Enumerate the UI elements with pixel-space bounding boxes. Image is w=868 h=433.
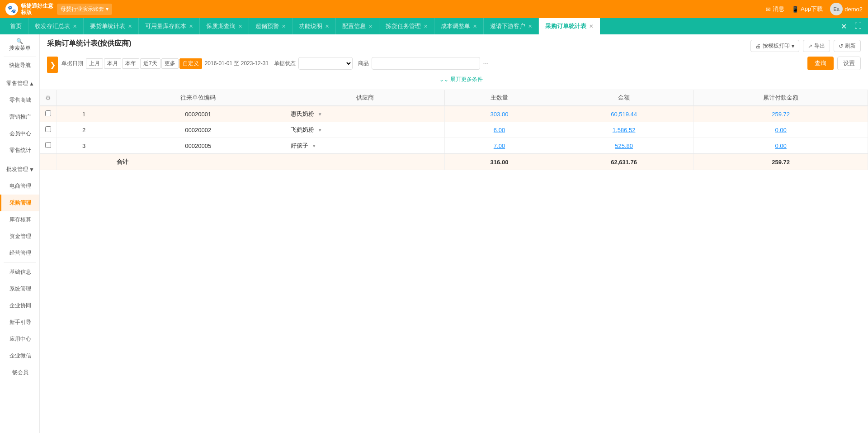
tab-yhd[interactable]: 要货单统计表 ✕ bbox=[84, 18, 139, 34]
close-tab-sfz[interactable]: ✕ bbox=[73, 24, 77, 29]
sidebar-item-yyzx[interactable]: 应用中心 bbox=[0, 331, 39, 347]
sidebar-item-hyxx[interactable]: 会员中心 bbox=[0, 125, 39, 142]
sidebar-item-lssc[interactable]: 零售商城 bbox=[0, 92, 39, 109]
message-btn[interactable]: ✉ 消息 bbox=[766, 5, 784, 13]
status-select[interactable] bbox=[298, 57, 353, 70]
header-actions: 🖨 按模板打印 ▾ ↗ 导出 ↺ 刷新 bbox=[750, 40, 861, 52]
cell-amount: 60,519.44 bbox=[554, 106, 693, 122]
query-actions: 查询 设置 bbox=[807, 57, 861, 70]
content-area: 采购订单统计表(按供应商) 🖨 按模板打印 ▾ ↗ 导出 ↺ 刷新 bbox=[40, 34, 868, 433]
close-tab-kyl[interactable]: ✕ bbox=[189, 24, 193, 29]
date-btn-custom[interactable]: 自定义 bbox=[179, 58, 202, 69]
workspace-selector[interactable]: 母婴行业演示账套 ▾ bbox=[57, 4, 112, 15]
goods-input[interactable] bbox=[372, 57, 480, 70]
collapse-filter-btn[interactable]: ❯ bbox=[47, 57, 58, 73]
row-checkbox[interactable] bbox=[45, 142, 51, 148]
tab-ccyj[interactable]: 超储预警 ✕ bbox=[249, 18, 292, 34]
tab-kyl[interactable]: 可用量库存账本 ✕ bbox=[139, 18, 200, 34]
paid-link[interactable]: 259.72 bbox=[772, 111, 790, 118]
sidebar-item-lsgl[interactable]: 零售管理 ▲ bbox=[0, 75, 39, 92]
column-settings-icon[interactable]: ⚙ bbox=[45, 94, 51, 101]
amount-link[interactable]: 525.80 bbox=[615, 143, 633, 149]
th-supplier: 供应商 bbox=[285, 90, 445, 106]
tab-home[interactable]: 首页 bbox=[4, 18, 28, 34]
cell-paid: 259.72 bbox=[694, 106, 868, 122]
row-checkbox[interactable] bbox=[45, 110, 51, 116]
close-tab-cbtz[interactable]: ✕ bbox=[473, 24, 477, 29]
qty-link[interactable]: 303.00 bbox=[491, 111, 509, 118]
date-btn-this-year[interactable]: 本年 bbox=[122, 58, 139, 69]
tab-cbtz[interactable]: 成本调整单 ✕ bbox=[434, 18, 484, 34]
tab-bzq[interactable]: 保质期查询 ✕ bbox=[200, 18, 249, 34]
sidebar-item-cggl[interactable]: 采购管理 bbox=[0, 195, 39, 211]
footer-qty: 316.00 bbox=[445, 154, 554, 170]
close-tab-gnsm[interactable]: ✕ bbox=[325, 24, 329, 29]
sidebar-item-chy[interactable]: 畅会员 bbox=[0, 364, 39, 381]
date-btn-this-month[interactable]: 本月 bbox=[104, 58, 121, 69]
paid-link[interactable]: 0.00 bbox=[775, 127, 786, 133]
tab-pzxx[interactable]: 配置信息 ✕ bbox=[336, 18, 379, 34]
sidebar-item-kche[interactable]: 库存核算 bbox=[0, 211, 39, 228]
sidebar-item-zjgl[interactable]: 资金管理 bbox=[0, 228, 39, 245]
refresh-btn[interactable]: ↺ 刷新 bbox=[834, 40, 861, 52]
close-all-tabs-btn[interactable]: ✕ bbox=[837, 20, 850, 33]
amount-link[interactable]: 1,586.52 bbox=[613, 127, 636, 133]
footer-paid: 259.72 bbox=[694, 154, 868, 170]
date-btn-more[interactable]: 更多 bbox=[161, 58, 179, 69]
cell-amount: 525.80 bbox=[554, 138, 693, 154]
app-download-btn[interactable]: 📱 App下载 bbox=[792, 5, 823, 13]
sidebar-item-lstj[interactable]: 零售统计 bbox=[0, 142, 39, 159]
user-area[interactable]: Ea demo2 bbox=[830, 3, 863, 15]
amount-link[interactable]: 60,519.44 bbox=[611, 111, 637, 118]
export-btn[interactable]: ↗ 导出 bbox=[803, 40, 830, 52]
sidebar-item-xsyd[interactable]: 新手引导 bbox=[0, 314, 39, 331]
close-tab-yqxyk[interactable]: ✕ bbox=[528, 24, 532, 29]
query-btn[interactable]: 查询 bbox=[807, 57, 834, 70]
footer-supplier bbox=[285, 154, 445, 170]
qty-link[interactable]: 6.00 bbox=[494, 127, 505, 133]
tab-jhrw[interactable]: 拣货任务管理 ✕ bbox=[379, 18, 434, 34]
cell-seq: 1 bbox=[57, 106, 111, 122]
supplier-dropdown-icon[interactable]: ▼ bbox=[312, 143, 316, 148]
table-row: 1 00020001 惠氏奶粉 ▼ 303.00 60,519.44 259.7… bbox=[40, 106, 868, 122]
cell-seq: 3 bbox=[57, 138, 111, 154]
arrow-icon: ▲ bbox=[29, 81, 34, 87]
sidebar-item-xtgl[interactable]: 系统管理 bbox=[0, 281, 39, 297]
qty-link[interactable]: 7.00 bbox=[494, 143, 505, 149]
close-tab-yhd[interactable]: ✕ bbox=[128, 24, 132, 29]
avatar: Ea bbox=[830, 3, 843, 15]
print-btn[interactable]: 🖨 按模板打印 ▾ bbox=[750, 40, 799, 52]
supplier-dropdown-icon[interactable]: ▼ bbox=[318, 128, 322, 133]
sidebar-quicknav-btn[interactable]: 快捷导航 bbox=[0, 58, 39, 73]
divider4 bbox=[4, 262, 36, 263]
sidebar-item-yxtg[interactable]: 营销推广 bbox=[0, 109, 39, 125]
sidebar-item-qyxt[interactable]: 企业协同 bbox=[0, 297, 39, 314]
close-tab-ccyj[interactable]: ✕ bbox=[282, 24, 286, 29]
maximize-btn[interactable]: ⛶ bbox=[852, 20, 864, 33]
sidebar-item-jygl[interactable]: 经营管理 bbox=[0, 245, 39, 262]
goods-label: 商品 bbox=[358, 60, 369, 67]
settings-btn[interactable]: 设置 bbox=[837, 57, 861, 70]
expand-more-btn[interactable]: ⌄⌄ 展开更多条件 bbox=[435, 75, 487, 84]
tab-sfz[interactable]: 收发存汇总表 ✕ bbox=[28, 18, 84, 34]
close-tab-bzq[interactable]: ✕ bbox=[238, 24, 242, 29]
tab-yqxyk[interactable]: 邀请下游客户 ✕ bbox=[484, 18, 539, 34]
cell-qty: 6.00 bbox=[445, 122, 554, 138]
date-btn-7days[interactable]: 近7天 bbox=[140, 58, 160, 69]
sidebar-item-jcxx[interactable]: 基础信息 bbox=[0, 264, 39, 281]
tab-cgdd[interactable]: 采购订单统计表 ✕ bbox=[539, 18, 600, 34]
sidebar-item-qywx[interactable]: 企业微信 bbox=[0, 347, 39, 364]
close-tab-pzxx[interactable]: ✕ bbox=[368, 24, 373, 29]
close-tab-cgdd[interactable]: ✕ bbox=[589, 24, 593, 29]
close-tab-jhrw[interactable]: ✕ bbox=[424, 24, 428, 29]
paid-link[interactable]: 0.00 bbox=[775, 143, 786, 149]
sidebar-search-btn[interactable]: 🔍 搜索菜单 bbox=[0, 34, 39, 56]
date-btn-last-month[interactable]: 上月 bbox=[86, 58, 103, 69]
table-header: ⚙ 往来单位编码 供应商 主数量 金额 累计付款金额 bbox=[40, 90, 868, 106]
supplier-dropdown-icon[interactable]: ▼ bbox=[318, 112, 322, 117]
sidebar-item-pfgl[interactable]: 批发管理 ▼ bbox=[0, 161, 39, 178]
row-checkbox[interactable] bbox=[45, 126, 51, 132]
date-quick-btns: 上月 本月 本年 近7天 更多 自定义 bbox=[86, 58, 202, 69]
tab-gnsm[interactable]: 功能说明 ✕ bbox=[292, 18, 336, 34]
sidebar-item-dsgl[interactable]: 电商管理 bbox=[0, 178, 39, 195]
